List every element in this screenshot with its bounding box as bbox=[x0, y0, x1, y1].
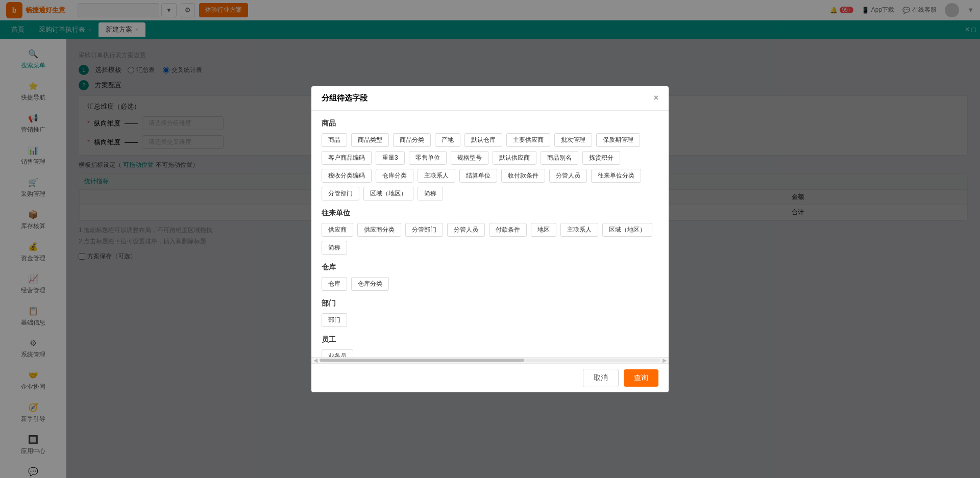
field-tag-partner-6[interactable]: 主联系人 bbox=[560, 223, 598, 237]
modal-footer: 取消 查询 bbox=[311, 363, 669, 392]
field-tag-partner-4[interactable]: 付款条件 bbox=[489, 223, 527, 237]
modal-header: 分组待选字段 × bbox=[311, 86, 669, 111]
cancel-button[interactable]: 取消 bbox=[583, 369, 619, 387]
field-tag-product-23[interactable]: 区域（地区） bbox=[363, 187, 413, 200]
field-group-product-title: 商品 bbox=[322, 119, 658, 128]
modal-overlay: 分组待选字段 × 商品 商品 商品类型 商品分类 产地 默认仓库 主要供应商 批… bbox=[0, 0, 980, 478]
field-tag-partner-8[interactable]: 简称 bbox=[322, 241, 347, 255]
field-group-warehouse: 仓库 仓库 仓库分类 bbox=[322, 263, 658, 291]
field-tag-product-14[interactable]: 拣货积分 bbox=[582, 151, 620, 165]
field-tag-product-4[interactable]: 默认仓库 bbox=[464, 133, 502, 147]
modal-body: 商品 商品 商品类型 商品分类 产地 默认仓库 主要供应商 批次管理 保质期管理… bbox=[311, 111, 669, 357]
field-tag-warehouse-1[interactable]: 仓库分类 bbox=[351, 277, 389, 291]
field-tags-partner: 供应商 供应商分类 分管部门 分管人员 付款条件 地区 主联系人 区域（地区） … bbox=[322, 223, 658, 255]
field-tag-product-22[interactable]: 分管部门 bbox=[322, 187, 359, 200]
scrollbar-thumb bbox=[320, 359, 524, 362]
field-tag-product-9[interactable]: 重量3 bbox=[376, 151, 405, 165]
field-tags-warehouse: 仓库 仓库分类 bbox=[322, 277, 658, 291]
field-tag-product-5[interactable]: 主要供应商 bbox=[506, 133, 550, 147]
field-tag-partner-7[interactable]: 区域（地区） bbox=[602, 223, 652, 237]
field-group-product: 商品 商品 商品类型 商品分类 产地 默认仓库 主要供应商 批次管理 保质期管理… bbox=[322, 119, 658, 200]
field-tag-product-16[interactable]: 仓库分类 bbox=[376, 169, 413, 183]
field-tag-product-1[interactable]: 商品类型 bbox=[351, 133, 389, 147]
field-tag-department-0[interactable]: 部门 bbox=[322, 313, 347, 327]
field-tag-product-8[interactable]: 客户商品编码 bbox=[322, 151, 372, 165]
field-group-partner-title: 往来单位 bbox=[322, 209, 658, 218]
modal-title: 分组待选字段 bbox=[322, 93, 368, 103]
field-tag-employee-0[interactable]: 业务员 bbox=[322, 349, 353, 357]
field-group-warehouse-title: 仓库 bbox=[322, 263, 658, 272]
field-tag-product-18[interactable]: 结算单位 bbox=[459, 169, 497, 183]
field-tag-product-11[interactable]: 规格型号 bbox=[451, 151, 488, 165]
field-tag-product-3[interactable]: 产地 bbox=[435, 133, 460, 147]
modal-scrollbar-horizontal[interactable]: ◀ ▶ bbox=[311, 357, 669, 363]
field-group-partner: 往来单位 供应商 供应商分类 分管部门 分管人员 付款条件 地区 主联系人 区域… bbox=[322, 209, 658, 255]
field-tags-department: 部门 bbox=[322, 313, 658, 327]
field-tag-product-20[interactable]: 分管人员 bbox=[549, 169, 587, 183]
field-group-employee-title: 员工 bbox=[322, 335, 658, 344]
field-tag-product-19[interactable]: 收付款条件 bbox=[501, 169, 545, 183]
field-tag-product-13[interactable]: 商品别名 bbox=[541, 151, 578, 165]
field-tag-product-24[interactable]: 简称 bbox=[418, 187, 443, 200]
confirm-button[interactable]: 查询 bbox=[624, 369, 658, 387]
field-group-employee: 员工 业务员 bbox=[322, 335, 658, 357]
modal-close-button[interactable]: × bbox=[654, 93, 658, 103]
field-tag-product-12[interactable]: 默认供应商 bbox=[493, 151, 536, 165]
field-tag-product-10[interactable]: 零售单位 bbox=[409, 151, 447, 165]
field-tag-product-2[interactable]: 商品分类 bbox=[393, 133, 431, 147]
field-tag-partner-2[interactable]: 分管部门 bbox=[405, 223, 443, 237]
field-tag-product-0[interactable]: 商品 bbox=[322, 133, 347, 147]
scrollbar-track bbox=[320, 359, 660, 362]
field-tag-partner-3[interactable]: 分管人员 bbox=[447, 223, 485, 237]
field-tag-partner-1[interactable]: 供应商分类 bbox=[357, 223, 401, 237]
field-group-department-title: 部门 bbox=[322, 299, 658, 308]
field-tags-product: 商品 商品类型 商品分类 产地 默认仓库 主要供应商 批次管理 保质期管理 客户… bbox=[322, 133, 658, 200]
field-tag-product-21[interactable]: 往来单位分类 bbox=[591, 169, 641, 183]
field-tag-partner-0[interactable]: 供应商 bbox=[322, 223, 353, 237]
field-tag-product-15[interactable]: 税收分类编码 bbox=[322, 169, 372, 183]
field-group-department: 部门 部门 bbox=[322, 299, 658, 327]
field-tag-warehouse-0[interactable]: 仓库 bbox=[322, 277, 347, 291]
modal-dialog: 分组待选字段 × 商品 商品 商品类型 商品分类 产地 默认仓库 主要供应商 批… bbox=[311, 86, 669, 392]
field-tag-partner-5[interactable]: 地区 bbox=[531, 223, 556, 237]
field-tag-product-6[interactable]: 批次管理 bbox=[554, 133, 592, 147]
field-tags-employee: 业务员 bbox=[322, 349, 658, 357]
field-tag-product-7[interactable]: 保质期管理 bbox=[596, 133, 640, 147]
field-tag-product-17[interactable]: 主联系人 bbox=[418, 169, 455, 183]
